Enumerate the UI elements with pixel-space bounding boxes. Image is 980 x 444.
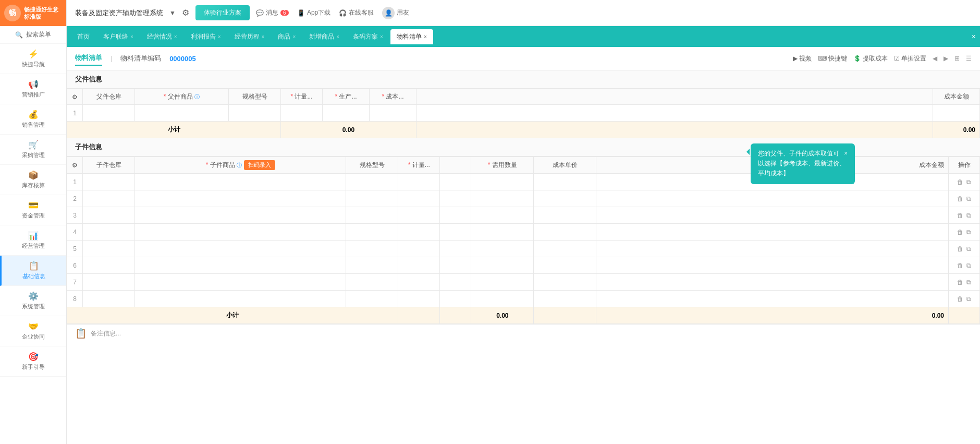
child-row-unit[interactable] (398, 174, 440, 190)
delete-icon[interactable]: 🗑 (957, 295, 963, 303)
delete-icon[interactable]: 🗑 (957, 195, 963, 202)
close-all-tabs[interactable]: × (972, 32, 976, 41)
tab-home[interactable]: 首页 (71, 29, 96, 44)
tab-customer[interactable]: 客户联络 × (97, 29, 140, 44)
tab-new-product-close[interactable]: × (336, 34, 339, 40)
tab-operation-status-close[interactable]: × (174, 34, 177, 40)
child-row-qty[interactable] (471, 291, 534, 307)
child-row-qty[interactable] (471, 274, 534, 291)
system-name-dropdown-icon[interactable]: ▼ (169, 9, 176, 17)
grid-view-icon[interactable]: ⊞ (954, 55, 960, 62)
app-download-item[interactable]: 📱 App下载 (297, 8, 330, 17)
notes-text[interactable]: 备注信息... (91, 329, 121, 338)
child-row-product[interactable] (135, 257, 346, 274)
child-row-spec[interactable] (346, 274, 398, 291)
child-row-product[interactable] (135, 241, 346, 257)
child-row-unit[interactable] (398, 241, 440, 257)
child-row-qty[interactable] (471, 190, 534, 207)
sidebar-item-enterprise[interactable]: 🤝 企业协同 (0, 316, 66, 346)
child-row-spec[interactable] (346, 207, 398, 224)
tab-profit[interactable]: 利润报告 × (185, 29, 227, 44)
gear-icon[interactable]: ⚙ (182, 8, 189, 18)
copy-icon[interactable]: ⧉ (966, 178, 971, 186)
copy-icon[interactable]: ⧉ (966, 229, 971, 236)
tab-profit-close[interactable]: × (218, 34, 221, 40)
parent-row-cost[interactable] (370, 105, 416, 122)
parent-row-unit[interactable] (281, 105, 323, 122)
child-row-unit-cost[interactable] (534, 207, 596, 224)
child-row-unit-cost[interactable] (534, 174, 596, 190)
child-row-warehouse[interactable] (83, 291, 135, 307)
tab-new-product[interactable]: 新增商品 × (303, 29, 346, 44)
child-row-warehouse[interactable] (83, 274, 135, 291)
child-row-warehouse[interactable] (83, 190, 135, 207)
parent-row-warehouse[interactable] (83, 105, 135, 122)
delete-icon[interactable]: 🗑 (957, 279, 963, 286)
child-row-qty[interactable] (471, 257, 534, 274)
child-row-spec[interactable] (346, 291, 398, 307)
child-row-product[interactable] (135, 174, 346, 190)
tab-customer-close[interactable]: × (130, 34, 133, 40)
online-service-item[interactable]: 🎧 在线客服 (339, 8, 374, 17)
tab-barcode-close[interactable]: × (380, 34, 383, 40)
child-row-warehouse[interactable] (83, 257, 135, 274)
copy-icon[interactable]: ⧉ (966, 295, 971, 303)
action-view[interactable]: ▶ 视频 (793, 54, 812, 63)
child-row-spec[interactable] (346, 241, 398, 257)
delete-icon[interactable]: 🗑 (957, 262, 963, 269)
child-row-unit[interactable] (398, 207, 440, 224)
child-row-spec[interactable] (346, 257, 398, 274)
sidebar-item-search[interactable]: 🔍 搜索菜单 (0, 26, 66, 44)
child-row-product[interactable] (135, 207, 346, 224)
delete-icon[interactable]: 🗑 (957, 178, 963, 186)
tab-products-close[interactable]: × (292, 34, 296, 40)
sidebar-item-operation[interactable]: 📊 经营管理 (0, 225, 66, 256)
copy-icon[interactable]: ⧉ (966, 195, 971, 202)
child-row-warehouse[interactable] (83, 174, 135, 190)
copy-icon[interactable]: ⧉ (966, 212, 971, 219)
child-row-spec[interactable] (346, 174, 398, 190)
sidebar-item-sales[interactable]: 💰 销售管理 (0, 104, 66, 135)
sidebar-item-system[interactable]: ⚙️ 系统管理 (0, 286, 66, 316)
delete-icon[interactable]: 🗑 (957, 245, 963, 253)
prev-arrow[interactable]: ◀ (933, 55, 937, 62)
sidebar-item-finance[interactable]: 💳 资金管理 (0, 195, 66, 225)
child-row-unit-cost[interactable] (534, 224, 596, 241)
child-row-product[interactable] (135, 274, 346, 291)
sidebar-item-quick-nav[interactable]: ⚡ 快捷导航 (0, 44, 66, 74)
child-row-spec[interactable] (346, 224, 398, 241)
child-row-unit[interactable] (398, 224, 440, 241)
parent-row-spec[interactable] (229, 105, 281, 122)
tab-bom-close[interactable]: × (424, 34, 427, 40)
tab-history-close[interactable]: × (262, 34, 265, 40)
child-row-qty[interactable] (471, 174, 534, 190)
delete-icon[interactable]: 🗑 (957, 212, 963, 219)
tab-operation-status[interactable]: 经营情况 × (141, 29, 183, 44)
tab-barcode[interactable]: 条码方案 × (347, 29, 389, 44)
delete-icon[interactable]: 🗑 (957, 229, 963, 236)
child-row-qty[interactable] (471, 207, 534, 224)
child-row-unit-cost[interactable] (534, 241, 596, 257)
parent-col-settings[interactable]: ⚙ (67, 89, 83, 105)
child-row-unit[interactable] (398, 274, 440, 291)
child-row-spec[interactable] (346, 190, 398, 207)
tab-bom[interactable]: 物料清单 × (390, 29, 433, 44)
child-row-warehouse[interactable] (83, 241, 135, 257)
child-row-unit[interactable] (398, 190, 440, 207)
child-row-product[interactable] (135, 224, 346, 241)
child-row-qty[interactable] (471, 224, 534, 241)
tab-products[interactable]: 商品 × (272, 29, 302, 44)
action-extract-cost[interactable]: 💲 提取成本 (853, 54, 888, 63)
user-item[interactable]: 👤 用友 (382, 7, 409, 19)
next-arrow[interactable]: ▶ (944, 55, 948, 62)
child-col-settings[interactable]: ⚙ (67, 157, 83, 174)
copy-icon[interactable]: ⧉ (966, 262, 971, 269)
tab-history[interactable]: 经营历程 × (228, 29, 271, 44)
child-row-qty[interactable] (471, 241, 534, 257)
sidebar-item-marketing[interactable]: 📢 营销推广 (0, 74, 66, 104)
sub-tab-bom-list[interactable]: 物料清单 (75, 51, 102, 66)
child-row-unit[interactable] (398, 291, 440, 307)
child-row-unit-cost[interactable] (534, 190, 596, 207)
child-row-unit-cost[interactable] (534, 291, 596, 307)
sidebar-item-guide[interactable]: 🎯 新手引导 (0, 346, 66, 377)
